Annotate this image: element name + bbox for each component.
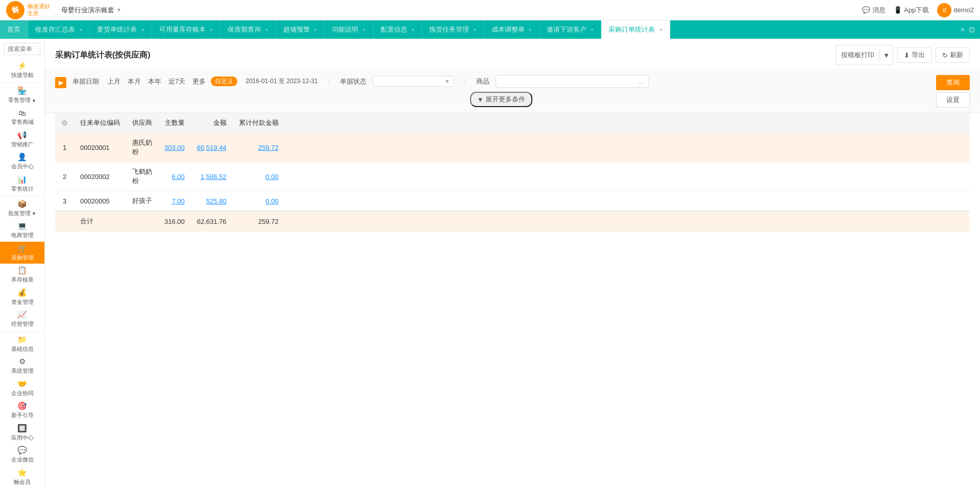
tab-cost-adjust[interactable]: 成本调整单 × [484,20,540,39]
tab-function-desc-close[interactable]: × [362,27,365,33]
sidebar-item-basic-info[interactable]: 📁 基础信息 [0,333,44,355]
filter-settings-btn[interactable]: 设置 [936,92,970,108]
tab-receive-summary-label: 收发存汇总表 [35,25,75,34]
message-btn[interactable]: 💬 消息 [862,6,886,15]
print-btn[interactable]: 按模板打印 ▼ [836,45,893,65]
tab-pick-task[interactable]: 拣货任务管理 × [422,20,484,39]
sidebar-item-quick-nav[interactable]: ⚡ 快捷导航 [0,59,44,81]
top-right: 💬 消息 📱 App下载 d demo2 [862,3,974,17]
row-2-amount[interactable]: 1,586.52 [191,162,233,191]
row-1-spacer [285,133,970,162]
shortcut-this-month[interactable]: 本月 [126,76,143,87]
tab-over-stock-warning-close[interactable]: × [314,27,317,33]
row-2-paid[interactable]: 0.00 [233,162,285,191]
export-btn[interactable]: ⬇ 导出 [897,47,932,63]
sidebar-item-marketing[interactable]: 📢 营销推广 [0,128,44,150]
sidebar-item-enterprise-collab[interactable]: 🤝 企业协同 [0,377,44,399]
sidebar-item-retail-mgmt[interactable]: 🏪 零售管理 ▲ [0,84,44,106]
sidebar-item-retail-stats[interactable]: 📊 零售统计 [0,172,44,194]
marketing-icon: 📢 [17,131,27,140]
table-row: 2 00020002 飞鹤奶粉 6.00 1,586.52 0.00 [55,162,970,191]
close-all-tabs-btn[interactable]: × [961,25,965,34]
user-profile[interactable]: d demo2 [937,3,974,17]
tab-function-desc[interactable]: 功能说明 × [325,20,373,39]
shortcut-more[interactable]: 更多 [190,76,208,87]
sidebar-item-purchase-mgmt[interactable]: 🛒 采购管理 [0,242,44,264]
tab-pick-task-close[interactable]: × [473,27,476,33]
tab-cost-adjust-close[interactable]: × [529,27,532,33]
date-filter-label: 单据日期 [72,77,99,86]
tab-purchase-order-summary-close[interactable]: × [659,27,662,33]
search-input[interactable] [4,43,40,55]
date-custom-tag[interactable]: 自定义 [211,76,237,86]
expand-down-icon: ▼ [477,96,484,104]
vip-member-icon: ⭐ [17,468,27,477]
sidebar-item-system-mgmt[interactable]: ⚙ 系统管理 [0,355,44,377]
tab-order-summary[interactable]: 要货单统计表 × [90,20,152,39]
row-1-paid[interactable]: 259.72 [233,133,285,162]
tab-purchase-order-summary-label: 采购订单统计表 [608,25,655,34]
shortcut-this-year[interactable]: 本年 [146,76,163,87]
window-mode-btn[interactable]: ⊡ [969,25,975,34]
org-selector[interactable]: 母婴行业演示账套 ▼ [61,6,121,15]
sidebar-item-inventory-check[interactable]: 📋 库存核算 [0,264,44,286]
nav-tabs: 首页 收发存汇总表 × 要货单统计表 × 可用量库存账本 × 保质期查询 × 超… [0,20,980,39]
tab-receive-summary-close[interactable]: × [79,27,82,33]
print-btn-label: 按模板打印 [836,48,879,62]
tab-available-stock-close[interactable]: × [210,27,213,33]
goods-filter-input[interactable]: ... [496,75,649,88]
tab-available-stock[interactable]: 可用量库存账本 × [152,20,220,39]
tab-invite-downstream-label: 邀请下游客户 [547,25,586,34]
tab-home[interactable]: 首页 [0,20,28,39]
filter-collapse-btn[interactable]: ▶ [55,77,66,88]
goods-filter-label: 商品 [476,77,489,86]
print-btn-dropdown-icon[interactable]: ▼ [879,49,893,62]
sidebar-divider-3 [0,331,44,332]
filter-expand-row: ▼ 展开更多条件 [72,92,930,107]
tab-config-info[interactable]: 配置信息 × [374,20,422,39]
tab-validity-query-close[interactable]: × [265,27,268,33]
footer-label: 合计 [74,211,126,232]
tab-actions: × ⊡ [955,25,980,34]
tab-validity-query[interactable]: 保质期查询 × [220,20,276,39]
query-btn[interactable]: 查询 [936,75,970,90]
row-3-qty[interactable]: 7.00 [158,191,191,212]
tab-over-stock-warning[interactable]: 超储预警 × [276,20,325,39]
footer-row: 合计 316.00 62,631.76 259.72 [55,211,970,232]
sidebar-retail-stats-label: 零售统计 [11,185,34,193]
sidebar-enterprise-collab-label: 企业协同 [11,390,34,397]
col-gear: ⚙ [55,113,74,133]
shortcut-7days[interactable]: 近7天 [166,76,187,87]
tab-config-info-close[interactable]: × [411,27,414,33]
shortcut-last-month[interactable]: 上月 [105,76,122,87]
sidebar-item-ecommerce-mgmt[interactable]: 💻 电商管理 [0,219,44,241]
sidebar-item-vip-member[interactable]: ⭐ 畅会员 [0,466,44,487]
tab-receive-summary[interactable]: 收发存汇总表 × [28,20,90,39]
settings-col-icon[interactable]: ⚙ [61,119,68,127]
row-3-amount[interactable]: 525.80 [191,191,233,212]
sidebar-item-new-guide[interactable]: 🎯 新手引导 [0,399,44,421]
row-1-qty[interactable]: 303.00 [158,133,191,162]
message-label: 消息 [872,6,886,15]
row-1-amount[interactable]: 60,519.44 [191,133,233,162]
tab-order-summary-close[interactable]: × [141,27,144,33]
tab-purchase-order-summary[interactable]: 采购订单统计表 × [601,20,670,39]
sidebar-item-member-center[interactable]: 👤 会员中心 [0,150,44,172]
sidebar-item-retail-store[interactable]: 🛍 零售商城 [0,106,44,128]
tab-invite-downstream[interactable]: 邀请下游客户 × [540,20,601,39]
content-area: 采购订单统计表(按供应商) 按模板打印 ▼ ⬇ 导出 ↻ 刷新 [45,39,980,488]
row-3-paid[interactable]: 0.00 [233,191,285,212]
sidebar-item-enterprise-wechat[interactable]: 💬 企业微信 [0,444,44,466]
sidebar-item-fund-mgmt[interactable]: 💰 资金管理 [0,286,44,308]
app-download-btn[interactable]: 📱 App下载 [894,6,929,15]
sidebar-item-operation-mgmt[interactable]: 📈 经营管理 [0,308,44,330]
row-2-qty[interactable]: 6.00 [158,162,191,191]
expand-filter-btn[interactable]: ▼ 展开更多条件 [470,92,533,107]
tab-invite-downstream-close[interactable]: × [591,27,594,33]
refresh-btn[interactable]: ↻ 刷新 [936,47,970,63]
footer-amount: 62,631.76 [191,211,233,232]
sidebar-batch-mgmt-label: 批发管理 [8,210,31,217]
status-filter-select[interactable]: ▼ [373,76,454,87]
sidebar-item-app-center[interactable]: 🔲 应用中心 [0,421,44,443]
sidebar-item-batch-mgmt[interactable]: 📦 批发管理 ▼ [0,197,44,219]
